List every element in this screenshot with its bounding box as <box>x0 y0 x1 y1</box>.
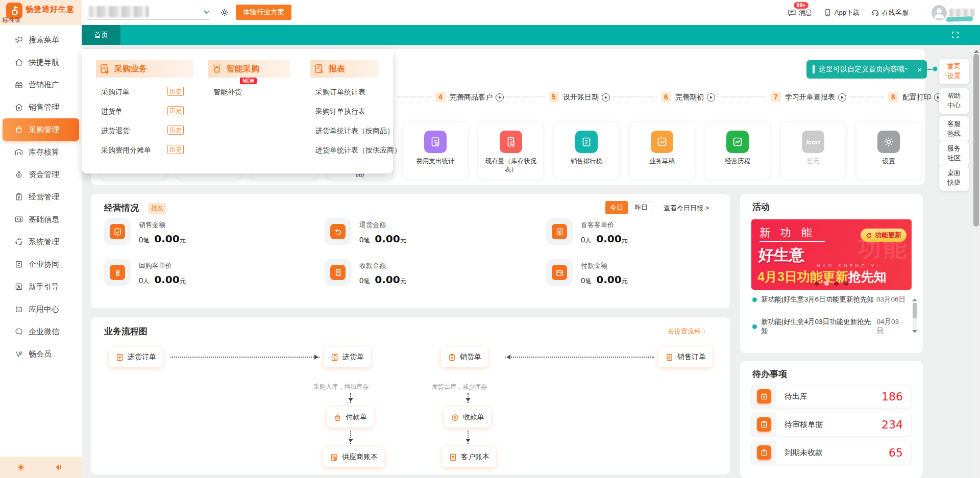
settings-gear-icon[interactable] <box>16 463 26 472</box>
menu-item-cost-allocation[interactable]: 采购费用分摊单 <box>101 146 151 155</box>
history-badge[interactable]: 历史 <box>167 145 184 154</box>
news-scrollbar[interactable] <box>912 296 918 336</box>
sidebar-item-member[interactable]: 畅会员 <box>0 343 82 365</box>
menu-item-stock-in[interactable]: 进货单 <box>101 107 122 116</box>
history-badge[interactable]: 历史 <box>167 87 184 96</box>
news-item[interactable]: 新功能|好生意4月03日功能更新抢先知 04月03日 <box>752 317 905 336</box>
promo-banner[interactable]: 功能 新 功 能 功能更新 好生意 HAO SHENG YI 4月3日功能更新抢… <box>751 219 912 290</box>
todo-item-pending-audit[interactable]: 待审核单据 234 <box>751 413 912 436</box>
sidebar-item-newbie-guide[interactable]: 新手引导 <box>0 275 82 298</box>
sidebar-item-collaboration[interactable]: 企业协同 <box>0 253 82 275</box>
flow-arrow-down <box>468 393 469 403</box>
brand-edition: 标准版 <box>2 16 20 24</box>
news-date: 04月03日 <box>876 317 905 336</box>
sidebar-item-base-info[interactable]: 基础信息 <box>0 208 82 231</box>
menu-item-stock-return[interactable]: 进货退货 <box>101 127 130 136</box>
menu-item-stockin-stats-product[interactable]: 进货单统计表（按商品） <box>315 127 394 136</box>
app-card-business-drafts[interactable]: 业务草稿 <box>630 122 694 180</box>
sidebar-item-wechat-work[interactable]: 企业微信 <box>0 320 82 343</box>
messages-button[interactable]: 99+ 消息 <box>788 8 812 17</box>
step-play-icon[interactable] <box>707 93 715 102</box>
scrollbar-thumb[interactable] <box>973 54 979 227</box>
menu-item-stockin-stats-supplier[interactable]: 进货单统计表（按供应商） <box>315 146 401 155</box>
flow-node-supplier-book[interactable]: 供应商账本 <box>323 447 384 467</box>
close-icon[interactable]: × <box>917 65 922 74</box>
fullscreen-icon[interactable] <box>951 31 960 39</box>
sidebar-item-quick-nav[interactable]: 快捷导航 <box>0 51 82 73</box>
sidebar-item-marketing[interactable]: 营销推广 <box>0 73 82 96</box>
app-card-empty[interactable]: Icon 暂无 <box>781 122 845 180</box>
flow-arrow-down <box>468 431 469 444</box>
flow-node-receipt[interactable]: 收款单 <box>444 407 491 427</box>
chat-bubble-icon <box>14 327 23 336</box>
flow-node-payment[interactable]: 付款单 <box>327 407 374 427</box>
homepage-customize-toast: 这里可以自定义首页内容哦~ × <box>806 60 927 79</box>
app-card-settings[interactable]: 设置 <box>856 122 921 180</box>
news-item[interactable]: 新功能|好生意3月6日功能更新抢先知 03月06日 <box>752 295 905 304</box>
flow-node-customer-book[interactable]: 客户账本 <box>442 447 496 467</box>
flow-arrow-left <box>505 357 654 358</box>
edge-nav-desktop-shortcut[interactable]: 桌面快捷 <box>939 165 969 191</box>
sales-note: 发货出库，减少库存 <box>432 383 487 391</box>
new-badge-icon <box>14 282 23 291</box>
todo-item-overdue-receivable[interactable]: 到期未收款 65 <box>751 441 912 464</box>
feature-update-pill[interactable]: 功能更新 <box>861 229 906 242</box>
message-icon <box>788 8 796 17</box>
customer-book-icon <box>449 453 457 462</box>
business-overview-panel: 经营情况 批发 今日 昨日 查看今日日报 > 销售金额 0笔0.00元 退货金额… <box>91 194 730 308</box>
receipt-icon <box>665 353 674 362</box>
online-service-button[interactable]: 在线客服 <box>871 8 909 17</box>
step-play-icon[interactable] <box>496 93 504 102</box>
step-play-icon[interactable] <box>838 93 846 102</box>
flow-node-purchase-order[interactable]: 进货订单 <box>109 347 163 367</box>
sidebar-item-app-center[interactable]: 应用中心 <box>0 298 82 320</box>
edge-nav-help-center[interactable]: 帮助中心 <box>939 88 969 114</box>
todo-item-outbound[interactable]: 待出库 186 <box>751 385 912 408</box>
flow-node-sales-order[interactable]: 销售订单 <box>658 347 713 367</box>
purchase-menu-dropdown: 采购业务 采购订单 历史 进货单 历史 进货退货 历史 采购费用分摊单 历史 智… <box>82 49 393 173</box>
scroll-up-arrow[interactable] <box>974 47 979 53</box>
edge-nav-service-community[interactable]: 服务社区 <box>939 141 969 166</box>
app-card-stock-quantity[interactable]: 现存量（库存状况表） <box>479 122 543 180</box>
stat-label: 回购客单价 <box>139 261 172 270</box>
app-card-expense-stats[interactable]: 费用支出统计 <box>403 122 468 180</box>
sidebar-item-sales[interactable]: 销售管理 <box>0 96 82 118</box>
robot-icon <box>14 305 23 314</box>
menu-item-purchase-order[interactable]: 采购订单 <box>101 88 130 97</box>
flow-setup-link[interactable]: 去设置流程 〉 <box>668 327 709 336</box>
history-badge[interactable]: 历史 <box>167 125 184 135</box>
sidebar-item-purchase[interactable]: 采购管理 <box>3 118 79 141</box>
menu-item-smart-replenish[interactable]: 智能补货 <box>213 88 242 97</box>
menu-item-po-stats[interactable]: 采购订单统计表 <box>315 88 365 97</box>
flow-node-purchase-in[interactable]: 进货单 <box>324 347 371 367</box>
menu-item-po-execution[interactable]: 采购订单执行表 <box>315 107 365 116</box>
sidebar-item-system[interactable]: 系统管理 <box>0 231 82 253</box>
sidebar-item-search-menu[interactable]: 搜索菜单 <box>0 29 82 51</box>
sidebar-item-inventory[interactable]: 库存核算 <box>0 141 82 163</box>
brand-name: 畅捷通好生意 <box>26 5 75 14</box>
yesterday-button[interactable]: 昨日 <box>630 201 652 214</box>
org-settings-gear-icon[interactable] <box>219 7 230 17</box>
edge-nav-service-hotline[interactable]: 客服热线 <box>939 116 969 142</box>
audit-icon <box>752 413 776 436</box>
step-play-icon[interactable] <box>602 93 610 102</box>
flow-node-sale-out[interactable]: 销货单 <box>441 347 488 367</box>
member-v-icon <box>14 349 23 359</box>
tab-home[interactable]: 首页 <box>82 25 120 45</box>
chevron-down-icon[interactable] <box>203 9 210 15</box>
collapse-sidebar-icon[interactable] <box>54 463 63 472</box>
experience-plan-button[interactable]: 体验行业方案 <box>236 5 291 20</box>
sidebar-item-funds[interactable]: 资金管理 <box>0 163 82 186</box>
today-button[interactable]: 今日 <box>605 201 628 214</box>
page-scrollbar[interactable] <box>972 45 980 478</box>
app-card-sales-ranking[interactable]: 销售排行榜 <box>554 122 619 180</box>
banner-brand: 好生意 <box>758 245 804 266</box>
news-text: 新功能|好生意3月6日功能更新抢先知 <box>761 295 874 304</box>
daily-report-link[interactable]: 查看今日日报 > <box>664 204 709 213</box>
edge-nav-home-settings[interactable]: 首页设置 <box>939 59 969 84</box>
app-download-button[interactable]: App下载 <box>823 8 860 17</box>
app-card-business-history[interactable]: 经营历程 <box>705 122 770 180</box>
carousel-dots[interactable] <box>815 281 848 286</box>
sidebar-item-operations[interactable]: 经营管理 <box>0 186 82 208</box>
history-badge[interactable]: 历史 <box>167 106 184 115</box>
